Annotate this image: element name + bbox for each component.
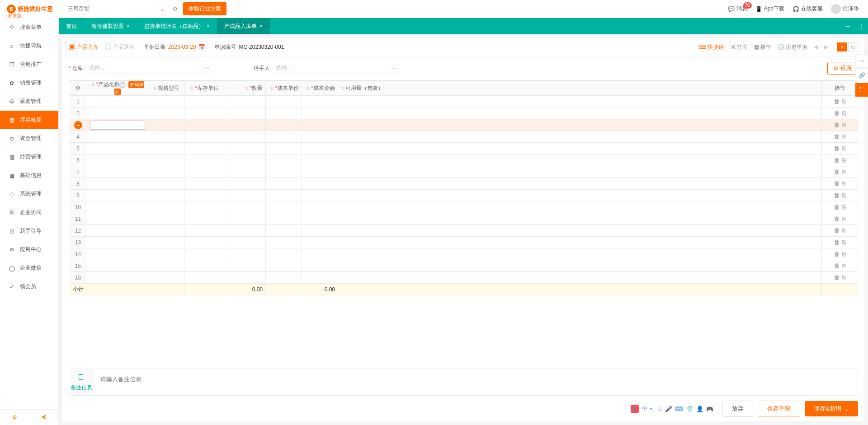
copy-icon[interactable]: ⎘ <box>842 157 846 163</box>
cell-avail[interactable] <box>338 260 822 272</box>
tab-more[interactable]: ⋮ <box>854 18 868 34</box>
cell-qty[interactable] <box>225 272 266 284</box>
cell-price[interactable] <box>266 131 302 143</box>
copy-icon[interactable]: ⎘ <box>842 227 846 234</box>
table-row[interactable]: 6🗑⎘ <box>69 154 858 166</box>
prev-icon[interactable]: ◀ <box>814 44 818 50</box>
history-button[interactable]: 🕓历史单据 <box>778 43 807 51</box>
remark-input[interactable] <box>94 369 858 395</box>
cell-spec[interactable] <box>148 107 184 119</box>
col-product-name[interactable]: ⇅*产品名称? 扫码录入 <box>87 81 148 96</box>
cell-qty[interactable] <box>225 213 266 225</box>
delete-icon[interactable]: 🗑 <box>834 110 840 117</box>
cell-qty[interactable] <box>225 107 266 119</box>
save-draft-button[interactable]: 保存草稿 <box>758 401 800 417</box>
cell-name[interactable] <box>87 190 148 201</box>
table-row[interactable]: 11🗑⎘ <box>69 213 858 225</box>
copy-icon[interactable]: ⎘ <box>842 121 846 128</box>
cell-qty[interactable] <box>225 260 266 272</box>
cell-unit[interactable] <box>184 131 225 143</box>
sidebar-item-7[interactable]: ▥经营管理 <box>0 148 58 166</box>
cell-price[interactable] <box>266 96 302 107</box>
cell-price[interactable] <box>266 178 302 190</box>
view-card-button[interactable]: ▭ <box>848 42 858 51</box>
cell-avail[interactable] <box>338 237 822 248</box>
table-row[interactable]: 2🗑⎘ <box>69 107 858 119</box>
delete-icon[interactable]: 🗑 <box>834 251 840 257</box>
table-row[interactable]: 4🗑⎘ <box>69 131 858 143</box>
tab-1[interactable]: 售价提取设置× <box>84 18 137 34</box>
cell-name[interactable] <box>87 143 148 154</box>
hotkey-button[interactable]: ⌨快捷键 <box>698 43 724 51</box>
table-row[interactable]: 12🗑⎘ <box>69 225 858 237</box>
cell-unit[interactable] <box>184 237 225 248</box>
cell-amount[interactable] <box>302 213 338 225</box>
cell-qty[interactable] <box>225 248 266 260</box>
cell-spec[interactable] <box>148 260 184 272</box>
col-qty[interactable]: ⇅*数量 <box>225 81 266 96</box>
cell-unit[interactable] <box>184 107 225 119</box>
cell-unit[interactable] <box>184 96 225 107</box>
cell-avail[interactable] <box>338 96 822 107</box>
close-icon[interactable]: × <box>127 23 130 29</box>
delete-icon[interactable]: 🗑 <box>834 274 840 281</box>
logo[interactable]: 6 畅捷通好生意 标准版 <box>0 5 59 14</box>
cell-avail[interactable] <box>338 248 822 260</box>
cell-spec[interactable] <box>148 96 184 107</box>
cell-spec[interactable] <box>148 166 184 178</box>
cell-name[interactable] <box>87 248 148 260</box>
cell-price[interactable] <box>266 248 302 260</box>
cell-spec[interactable] <box>148 131 184 143</box>
cell-amount[interactable] <box>302 119 338 131</box>
cell-amount[interactable] <box>302 248 338 260</box>
cell-price[interactable] <box>266 213 302 225</box>
close-icon[interactable]: × <box>207 23 210 29</box>
sidebar-item-11[interactable]: ⍰新手引导 <box>0 222 58 240</box>
cell-unit[interactable] <box>184 225 225 237</box>
delete-icon[interactable]: 🗑 <box>834 145 840 152</box>
delete-icon[interactable]: 🗑 <box>834 215 840 222</box>
copy-icon[interactable]: ⎘ <box>842 262 846 269</box>
table-row[interactable]: 7🗑⎘ <box>69 166 858 178</box>
cell-spec[interactable] <box>148 154 184 166</box>
cell-price[interactable] <box>266 143 302 154</box>
cell-name[interactable] <box>87 131 148 143</box>
cell-qty[interactable] <box>225 237 266 248</box>
collapse-icon[interactable]: ⮜ <box>41 414 47 420</box>
copy-icon[interactable]: ⎘ <box>842 110 846 117</box>
cell-qty[interactable] <box>225 96 266 107</box>
table-row[interactable]: 13🗑⎘ <box>69 237 858 248</box>
cell-name[interactable] <box>87 154 148 166</box>
sidebar-item-1[interactable]: ⌂快捷导航 <box>0 37 58 55</box>
cell-spec[interactable] <box>148 119 184 131</box>
cell-spec[interactable] <box>148 190 184 201</box>
tab-minimize[interactable]: ─ <box>841 18 854 34</box>
cell-amount[interactable] <box>302 237 338 248</box>
category-select[interactable]: 日用百货 ⌄ ⚙ <box>68 5 178 13</box>
sidebar-item-8[interactable]: ▦基础信息 <box>0 166 58 185</box>
cell-avail[interactable] <box>338 178 822 190</box>
cell-spec[interactable] <box>148 213 184 225</box>
sidebar-item-13[interactable]: ◯企业微信 <box>0 259 58 277</box>
close-icon[interactable]: × <box>259 23 263 29</box>
help-icon[interactable]: ? <box>120 82 125 88</box>
col-price[interactable]: ⇅*成本单价 <box>266 81 302 96</box>
copy-icon[interactable]: ⎘ <box>842 180 846 187</box>
cell-avail[interactable] <box>338 201 822 213</box>
cell-spec[interactable] <box>148 248 184 260</box>
cell-qty[interactable] <box>225 143 266 154</box>
cell-amount[interactable] <box>302 107 338 119</box>
settings-icon[interactable]: ⚙ <box>12 414 17 420</box>
cell-qty[interactable] <box>225 131 266 143</box>
cell-avail[interactable] <box>338 119 822 131</box>
cell-unit[interactable] <box>184 190 225 201</box>
cell-spec[interactable] <box>148 237 184 248</box>
cell-price[interactable] <box>266 107 302 119</box>
cell-name[interactable] <box>87 213 148 225</box>
add-row-icon[interactable]: + <box>74 121 82 129</box>
table-row[interactable]: 5🗑⎘ <box>69 143 858 154</box>
cell-avail[interactable] <box>338 213 822 225</box>
messages-link[interactable]: 💬 消息 70 <box>728 5 747 13</box>
sidebar-item-12[interactable]: ⚙应用中心 <box>0 240 58 259</box>
table-row[interactable]: 14🗑⎘ <box>69 248 858 260</box>
